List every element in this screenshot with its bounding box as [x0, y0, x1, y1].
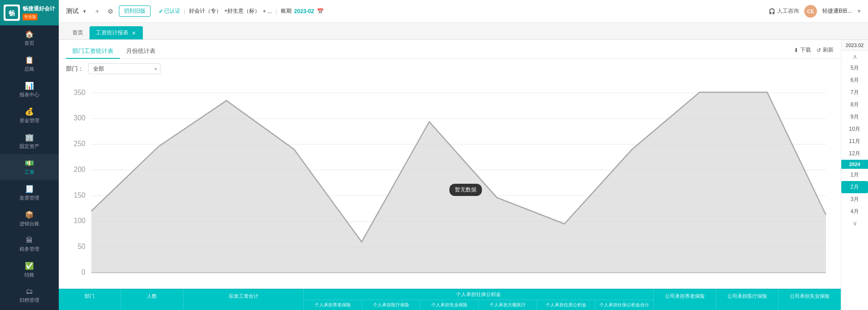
th-group1-col-5: 个人承担社保公积金合计 — [595, 300, 653, 310]
date-month-9月[interactable]: 9月 — [841, 111, 868, 123]
nav-label-invoice: 发票管理 — [19, 195, 39, 201]
th-group1-col-2: 个人承担失业保险 — [420, 300, 479, 310]
th-total-salary: 应发工资合计 — [184, 289, 304, 310]
nav-label-assets: 固定资产 — [19, 143, 39, 150]
user-name[interactable]: 轻捷通B班... — [822, 7, 852, 15]
sidebar: 畅 畅捷通好会计 专业版 🏠 首页 📋 总账 📊 报表中心 💰 资金管理 🏢 固… — [0, 0, 59, 310]
th-group1-col-1: 个人承担医疗保险 — [362, 300, 420, 310]
date-month-6月[interactable]: 6月 — [841, 74, 868, 86]
date-month-current-4月[interactable]: 4月 — [841, 205, 868, 218]
nav-icon-reports: 📊 — [25, 81, 34, 90]
nav-icon-invoice: 🧾 — [25, 185, 34, 193]
department-select-wrapper: 全部 部门1 部门2 ▾ — [88, 63, 160, 74]
logo-badge: 专业版 — [23, 14, 38, 20]
sub-tab-actions: ⬇ 下载 ↺ 刷新 — [794, 46, 834, 57]
date-year-label: 2023.02 — [841, 40, 868, 51]
sidebar-item-tax[interactable]: 🏛 税务管理 — [0, 232, 59, 257]
nav-icon-tax: 🏛 — [26, 236, 33, 244]
add-button[interactable]: ＋ — [92, 5, 102, 17]
svg-text:300: 300 — [74, 114, 85, 122]
date-month-5月[interactable]: 5月 — [841, 62, 868, 74]
service-button[interactable]: 🎧 人工咨询 — [769, 7, 799, 15]
topbar-dropdown-arrow[interactable]: ▾ — [83, 8, 86, 14]
refresh-button[interactable]: ↺ 刷新 — [816, 46, 834, 54]
period-value: 2023-02 — [294, 8, 314, 14]
calendar-icon[interactable]: 📅 — [317, 8, 324, 14]
svg-text:畅: 畅 — [9, 10, 15, 17]
date-nav-up[interactable]: ∧ — [841, 51, 868, 62]
sidebar-item-salary[interactable]: 💵 工资 — [0, 154, 59, 180]
date-month-8月[interactable]: 8月 — [841, 99, 868, 111]
sidebar-item-closing[interactable]: ✅ 结账 — [0, 257, 59, 283]
sidebar-item-reports[interactable]: 📊 报表中心 — [0, 77, 59, 103]
sidebar-item-invoice[interactable]: 🧾 发票管理 — [0, 180, 59, 206]
tab-home[interactable]: 首页 — [66, 26, 90, 39]
main-area: 测试 ▾ ＋ ⚙ 切到旧版 ✔ 已认证 | 好会计（专） +好生意（标） + .… — [59, 0, 868, 310]
nav-label-archive: 归档管理 — [19, 297, 39, 304]
nav-icon-salary: 💵 — [25, 159, 34, 167]
filter-label: 部门： — [66, 65, 84, 73]
user-avatar: CE — [804, 5, 817, 18]
nav-icon-assets: 🏢 — [25, 133, 34, 142]
table-header: 部门 人数 应发工资合计 个人承担社保公积金 个人承担养老保险个人承担医疗保险个… — [59, 289, 841, 310]
department-select[interactable]: 全部 部门1 部门2 — [88, 63, 160, 74]
tab-close-button[interactable]: × — [131, 29, 137, 37]
date-month-current-3月[interactable]: 3月 — [841, 193, 868, 205]
filter-bar: 部门： 全部 部门1 部门2 ▾ — [59, 59, 841, 79]
status-more: + ... — [263, 8, 272, 14]
sub-tab-monthly[interactable]: 月份统计表 — [120, 44, 162, 59]
th-company-unemploy: 公司承担失业保险 — [778, 289, 841, 310]
separator2: | — [275, 8, 277, 14]
sidebar-item-funds[interactable]: 💰 资金管理 — [0, 103, 59, 129]
tab-salary-report[interactable]: 工资统计报表 × — [90, 26, 143, 39]
th-group-personal-cols: 个人承担养老保险个人承担医疗保险个人承担失业保险个人承担大额医疗个人承担住房公积… — [304, 300, 653, 310]
nav-icon-closing: ✅ — [25, 262, 34, 270]
th-department: 部门 — [59, 289, 121, 310]
sidebar-item-assets[interactable]: 🏢 固定资产 — [0, 129, 59, 154]
user-dropdown-icon[interactable]: ▾ — [858, 8, 861, 14]
status-certified: ✔ 已认证 — [159, 7, 180, 15]
svg-text:250: 250 — [74, 139, 85, 148]
date-month-current-1月[interactable]: 1月 — [841, 169, 868, 181]
date-month-current-2月[interactable]: 2月 — [841, 181, 868, 193]
main-content: 部门工资统计表 月份统计表 ⬇ 下载 ↺ 刷新 — [59, 40, 841, 310]
date-month-12月[interactable]: 12月 — [841, 148, 868, 160]
chart-container: 350 300 250 200 150 100 50 0 — [59, 79, 841, 289]
separator1: | — [184, 8, 185, 14]
sidebar-item-inventory[interactable]: 📦 进销台账 — [0, 206, 59, 232]
date-month-10月[interactable]: 10月 — [841, 123, 868, 135]
nav-icon-ledger: 📋 — [25, 56, 34, 64]
date-nav-down[interactable]: ∨ — [841, 218, 868, 229]
th-headcount: 人数 — [121, 289, 184, 310]
download-icon: ⬇ — [794, 47, 798, 53]
refresh-icon: ↺ — [816, 47, 821, 53]
settings-button[interactable]: ⚙ — [106, 6, 115, 17]
th-company-medical: 公司承担医疗保险 — [716, 289, 778, 310]
th-company-pension: 公司承担养老保险 — [654, 289, 716, 310]
main-with-sidebar: 部门工资统计表 月份统计表 ⬇ 下载 ↺ 刷新 — [59, 40, 868, 310]
nav-icon-inventory: 📦 — [25, 210, 34, 219]
sidebar-item-home[interactable]: 🏠 首页 — [0, 25, 59, 51]
nav-label-home: 首页 — [24, 40, 34, 47]
switch-old-button[interactable]: 切到旧版 — [119, 5, 151, 17]
nav-label-ledger: 总账 — [24, 66, 34, 72]
topbar-status: ✔ 已认证 | 好会计（专） +好生意（标） + ... | 账期 2023-0… — [159, 7, 324, 15]
nav-label-funds: 资金管理 — [19, 117, 39, 124]
tab-bar: 首页 工资统计报表 × — [59, 23, 868, 40]
sub-tabs: 部门工资统计表 月份统计表 ⬇ 下载 ↺ 刷新 — [59, 40, 841, 59]
download-button[interactable]: ⬇ 下载 — [794, 46, 811, 54]
date-current-year: 2024 — [841, 160, 868, 169]
sidebar-logo: 畅 畅捷通好会计 专业版 — [0, 0, 59, 25]
date-month-11月[interactable]: 11月 — [841, 135, 868, 148]
chart-svg: 350 300 250 200 150 100 50 0 — [68, 83, 832, 289]
sidebar-item-archive[interactable]: 🗂 归档管理 — [0, 283, 59, 308]
tab-active-label: 工资统计报表 — [96, 29, 128, 37]
nav-label-inventory: 进销台账 — [19, 220, 39, 227]
nav-icon-funds: 💰 — [25, 107, 34, 116]
sub-tab-department[interactable]: 部门工资统计表 — [66, 44, 120, 59]
sidebar-item-settings[interactable]: ⚙ 设置 — [0, 308, 59, 310]
svg-text:0: 0 — [81, 267, 85, 276]
certified-icon: ✔ — [159, 8, 163, 14]
sidebar-item-ledger[interactable]: 📋 总账 — [0, 51, 59, 77]
date-month-7月[interactable]: 7月 — [841, 86, 868, 99]
